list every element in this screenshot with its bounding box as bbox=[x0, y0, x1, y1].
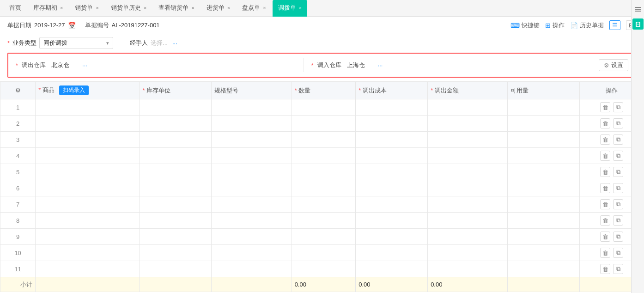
delete-row-button[interactable]: 🗑 bbox=[600, 248, 610, 258]
copy-row-button[interactable]: ⧉ bbox=[613, 199, 623, 209]
delete-row-button[interactable]: 🗑 bbox=[600, 134, 610, 145]
cost-cell[interactable] bbox=[356, 196, 428, 213]
spec-cell[interactable] bbox=[212, 116, 292, 132]
business-type-select[interactable]: 同价调拨 ▾ bbox=[39, 37, 113, 49]
copy-row-button[interactable]: ⧉ bbox=[613, 167, 623, 177]
tab-purchase-order[interactable]: 进货单 × bbox=[201, 0, 236, 17]
cost-cell[interactable] bbox=[356, 245, 428, 261]
product-cell[interactable] bbox=[36, 148, 140, 164]
qty-cell[interactable] bbox=[292, 261, 356, 277]
copy-row-button[interactable]: ⧉ bbox=[613, 151, 623, 161]
copy-row-button[interactable]: ⧉ bbox=[613, 248, 623, 258]
scan-button[interactable]: 扫码录入 bbox=[59, 85, 89, 95]
unit-cell[interactable] bbox=[140, 196, 212, 213]
delete-row-button[interactable]: 🗑 bbox=[600, 264, 610, 274]
unit-cell[interactable] bbox=[140, 132, 212, 148]
transfer-in-more[interactable]: ··· bbox=[378, 62, 383, 69]
unit-cell[interactable] bbox=[140, 229, 212, 245]
avail-cell[interactable] bbox=[508, 229, 580, 245]
spec-cell[interactable] bbox=[212, 213, 292, 229]
qty-cell[interactable] bbox=[292, 116, 356, 132]
shortcut-button[interactable]: ⌨ 快捷键 bbox=[510, 21, 540, 30]
unit-cell[interactable] bbox=[140, 245, 212, 261]
delete-row-button[interactable]: 🗑 bbox=[600, 118, 610, 128]
avail-cell[interactable] bbox=[508, 132, 580, 148]
tab-view-sales[interactable]: 查看销货单 × bbox=[153, 0, 200, 17]
layout-list-button[interactable]: ☰ bbox=[609, 20, 620, 30]
cost-cell[interactable] bbox=[356, 213, 428, 229]
tab-inventory-check-close[interactable]: × bbox=[263, 5, 266, 11]
product-cell[interactable] bbox=[36, 116, 140, 132]
unit-cell[interactable] bbox=[140, 148, 212, 164]
unit-cell[interactable] bbox=[140, 213, 212, 229]
avail-cell[interactable] bbox=[508, 164, 580, 180]
copy-row-button[interactable]: ⧉ bbox=[613, 264, 623, 274]
tab-sales-order-close[interactable]: × bbox=[96, 5, 98, 11]
transfer-out-more[interactable]: ··· bbox=[82, 62, 87, 69]
product-cell[interactable] bbox=[36, 261, 140, 277]
unit-cell[interactable] bbox=[140, 164, 212, 180]
qty-cell[interactable] bbox=[292, 196, 356, 213]
delete-row-button[interactable]: 🗑 bbox=[600, 232, 610, 242]
tab-sales-history[interactable]: 销货单历史 × bbox=[105, 0, 152, 17]
tab-sales-history-close[interactable]: × bbox=[144, 5, 146, 11]
tab-view-sales-close[interactable]: × bbox=[191, 5, 194, 11]
delete-row-button[interactable]: 🗑 bbox=[600, 151, 610, 161]
cost-cell[interactable] bbox=[356, 180, 428, 196]
avail-cell[interactable] bbox=[508, 213, 580, 229]
tab-transfer-order[interactable]: 调拨单 × bbox=[273, 0, 307, 17]
table-gear-icon[interactable]: ⚙ bbox=[15, 87, 21, 94]
spec-cell[interactable] bbox=[212, 196, 292, 213]
spec-cell[interactable] bbox=[212, 261, 292, 277]
amount-cell[interactable] bbox=[428, 245, 508, 261]
spec-cell[interactable] bbox=[212, 148, 292, 164]
avail-cell[interactable] bbox=[508, 148, 580, 164]
spec-cell[interactable] bbox=[212, 245, 292, 261]
cost-cell[interactable] bbox=[356, 132, 428, 148]
qty-cell[interactable] bbox=[292, 148, 356, 164]
unit-cell[interactable] bbox=[140, 99, 212, 116]
history-button[interactable]: 📄 历史单据 bbox=[570, 21, 604, 30]
avail-cell[interactable] bbox=[508, 180, 580, 196]
unit-cell[interactable] bbox=[140, 116, 212, 132]
product-cell[interactable] bbox=[36, 180, 140, 196]
cost-cell[interactable] bbox=[356, 116, 428, 132]
qty-cell[interactable] bbox=[292, 245, 356, 261]
qty-cell[interactable] bbox=[292, 164, 356, 180]
product-cell[interactable] bbox=[36, 196, 140, 213]
copy-row-button[interactable]: ⧉ bbox=[613, 232, 623, 242]
handler-placeholder[interactable]: 选择... bbox=[151, 39, 168, 47]
amount-cell[interactable] bbox=[428, 148, 508, 164]
spec-cell[interactable] bbox=[212, 180, 292, 196]
unit-cell[interactable] bbox=[140, 261, 212, 277]
qty-cell[interactable] bbox=[292, 99, 356, 116]
amount-cell[interactable] bbox=[428, 132, 508, 148]
amount-cell[interactable] bbox=[428, 116, 508, 132]
spec-cell[interactable] bbox=[212, 132, 292, 148]
settings-button[interactable]: ⚙ 设置 bbox=[599, 59, 628, 71]
amount-cell[interactable] bbox=[428, 180, 508, 196]
delete-row-button[interactable]: 🗑 bbox=[600, 215, 610, 226]
amount-cell[interactable] bbox=[428, 261, 508, 277]
sidebar-list-icon[interactable] bbox=[632, 4, 644, 15]
tab-inventory-check[interactable]: 盘点单 × bbox=[237, 0, 271, 17]
avail-cell[interactable] bbox=[508, 99, 580, 116]
product-cell[interactable] bbox=[36, 229, 140, 245]
qty-cell[interactable] bbox=[292, 132, 356, 148]
product-cell[interactable] bbox=[36, 245, 140, 261]
gear-column-header[interactable]: ⚙ bbox=[0, 82, 36, 99]
amount-cell[interactable] bbox=[428, 196, 508, 213]
copy-row-button[interactable]: ⧉ bbox=[613, 118, 623, 128]
cost-cell[interactable] bbox=[356, 164, 428, 180]
tab-purchase-order-close[interactable]: × bbox=[227, 5, 230, 11]
avail-cell[interactable] bbox=[508, 245, 580, 261]
cost-cell[interactable] bbox=[356, 229, 428, 245]
product-cell[interactable] bbox=[36, 213, 140, 229]
tab-inventory-init[interactable]: 库存期初 × bbox=[28, 0, 68, 17]
tab-inventory-init-close[interactable]: × bbox=[60, 5, 63, 11]
copy-row-button[interactable]: ⧉ bbox=[613, 215, 623, 226]
sidebar-export-icon[interactable] bbox=[632, 18, 644, 30]
spec-cell[interactable] bbox=[212, 99, 292, 116]
product-cell[interactable] bbox=[36, 132, 140, 148]
avail-cell[interactable] bbox=[508, 196, 580, 213]
